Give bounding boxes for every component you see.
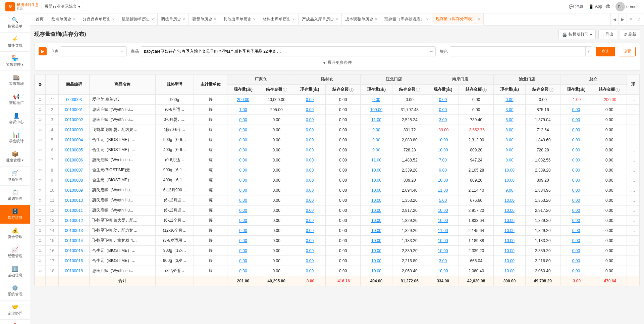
fac-amt-info[interactable]: i <box>283 88 287 92</box>
goods-input[interactable] <box>141 47 428 56</box>
cell-na-qty[interactable]: 0.00 <box>427 95 459 105</box>
cell-na-qty[interactable]: 10.00 <box>427 266 459 276</box>
cell-fac-qty[interactable]: 0.00 <box>227 226 259 236</box>
user-action[interactable]: Ea demo2 <box>615 2 639 11</box>
cell-total-qty[interactable]: 0.00 <box>560 236 592 246</box>
cell-lu-qty[interactable]: 0.00 <box>294 216 326 226</box>
cell-total-qty[interactable]: 0.00 <box>560 175 592 185</box>
cell-jb-qty[interactable]: 10.00 <box>361 236 392 246</box>
tab-close-material[interactable]: ✕ <box>292 17 295 21</box>
cell-settings[interactable]: ⚙ <box>35 195 46 205</box>
cell-yb-qty[interactable]: 10.00 <box>494 266 526 276</box>
tab-close-inventory-count[interactable]: ✕ <box>73 17 75 21</box>
export-button[interactable]: ↑ 导出 <box>598 30 617 39</box>
tab-finished-in[interactable]: 产成品入库单历史 ✕ <box>299 13 342 26</box>
cell-fac-qty[interactable]: 0.00 <box>227 145 259 155</box>
cell-settings[interactable]: ⚙ <box>35 226 46 236</box>
cell-na-qty[interactable]: 9.00 <box>427 165 459 175</box>
sidebar-item-wholesale[interactable]: 📦 批发管理 ▼ <box>0 147 30 167</box>
cell-lu-qty[interactable]: 0.00 <box>294 135 326 145</box>
refresh-button[interactable]: ↺ 刷新 <box>620 30 640 39</box>
cell-total-qty[interactable]: 0.00 <box>560 216 592 226</box>
cell-na-qty[interactable]: 5.00 <box>427 195 459 205</box>
cell-jb-qty[interactable]: 109.00 <box>361 105 392 115</box>
cell-lu-qty[interactable]: 0.00 <box>294 266 326 276</box>
tab-material-out[interactable]: 材料出库单历史 ✕ <box>259 13 299 26</box>
sidebar-item-member[interactable]: 👤 会员中心 <box>0 109 30 128</box>
cell-total-qty[interactable]: 0.00 <box>560 115 592 125</box>
sidebar-item-search[interactable]: 🔍 搜索英单 <box>0 13 30 33</box>
cell-na-qty[interactable]: -39.00 <box>427 125 459 135</box>
setting-button[interactable]: 设置 <box>619 47 636 56</box>
cell-yb-qty[interactable]: 0.00 <box>494 95 526 105</box>
lu-amt-info[interactable]: i <box>349 88 354 92</box>
sidebar-item-operations[interactable]: 📈 经营管理 <box>0 243 30 262</box>
cell-lu-qty[interactable]: 0.00 <box>294 125 326 135</box>
cell-jb-qty[interactable]: 9.00 <box>361 135 392 145</box>
collapse-search-arrow[interactable]: ▶ <box>39 47 47 55</box>
tab-home[interactable]: 首页 <box>32 13 48 26</box>
cell-lu-qty[interactable]: 0.00 <box>294 256 326 266</box>
expand-conditions-btn[interactable]: ▼ 展开更多条件 <box>320 58 355 67</box>
cell-lu-qty[interactable]: 0.00 <box>294 205 326 216</box>
sidebar-item-enterprise[interactable]: 🤝 企业协同 <box>0 300 30 320</box>
cell-total-qty[interactable]: 0.00 <box>560 226 592 236</box>
cell-fac-qty[interactable]: 0.00 <box>227 135 259 145</box>
cell-total-qty[interactable]: 0.00 <box>560 256 592 266</box>
tab-close-finished[interactable]: ✕ <box>335 17 338 21</box>
cell-settings[interactable]: ⚙ <box>35 145 46 155</box>
cell-fac-qty[interactable]: 1.00 <box>227 105 259 115</box>
cell-lu-qty[interactable]: 0.00 <box>294 236 326 246</box>
cell-yb-qty[interactable]: 9.00 <box>494 145 526 155</box>
tab-close-stock-status[interactable]: ✕ <box>426 17 429 21</box>
sidebar-item-retail-stats[interactable]: 📊 零售统计 <box>0 128 30 147</box>
query-button[interactable]: 查询 <box>596 47 615 56</box>
tab-transfer[interactable]: 调拨单历史 ✕ <box>158 13 189 26</box>
cell-fac-qty[interactable]: 0.00 <box>227 246 259 256</box>
cell-yb-qty[interactable]: 3.00 <box>494 105 526 115</box>
yb-amt-info[interactable]: i <box>549 88 553 92</box>
message-action[interactable]: 💬 消息 <box>569 4 583 9</box>
cell-yb-qty[interactable]: 8.00 <box>494 155 526 165</box>
store-selector[interactable]: 母婴行业演示陈套 ▾ <box>42 2 83 11</box>
cell-fac-qty[interactable]: 0.00 <box>227 205 259 216</box>
cell-na-qty[interactable]: 10.00 <box>427 135 459 145</box>
cell-lu-qty[interactable]: 0.00 <box>294 95 326 105</box>
tab-close-cost[interactable]: ✕ <box>375 17 377 21</box>
warehouse-input[interactable] <box>61 47 119 56</box>
tab-sub-inventory-count[interactable]: 分盘盘点单历史 ✕ <box>79 13 118 26</box>
sidebar-item-purchase[interactable]: 📋 采购管理 <box>0 186 30 205</box>
na-amt-info[interactable]: i <box>482 88 487 92</box>
sidebar-item-marketing[interactable]: 📢 营销推广 <box>0 90 30 109</box>
cell-lu-qty[interactable]: 0.00 <box>294 105 326 115</box>
cell-yb-qty[interactable]: 10.00 <box>494 195 526 205</box>
cell-na-qty[interactable]: 0.00 <box>427 105 459 115</box>
cell-jb-qty[interactable]: 11.00 <box>361 155 392 165</box>
cell-settings[interactable]: ⚙ <box>35 266 46 276</box>
cell-settings[interactable]: ⚙ <box>35 125 46 135</box>
cell-lu-qty[interactable]: 0.00 <box>294 195 326 205</box>
cell-total-qty[interactable]: 0.00 <box>560 205 592 216</box>
cell-na-qty[interactable]: 3.00 <box>427 115 459 125</box>
cell-total-qty[interactable]: -1.00 <box>560 95 592 105</box>
cell-total-qty[interactable]: 0.00 <box>560 155 592 165</box>
cell-lu-qty[interactable]: 0.00 <box>294 185 326 195</box>
cell-settings[interactable]: ⚙ <box>35 165 46 175</box>
cell-settings[interactable]: ⚙ <box>35 256 46 266</box>
tab-close-stock-dist[interactable]: ✕ <box>477 17 480 21</box>
cell-yb-qty[interactable]: 6.00 <box>494 115 526 125</box>
tab-stock-dist[interactable]: 现存量（库存分布表） ✕ <box>432 13 484 26</box>
sidebar-item-retail-store[interactable]: 🏬 零售商城 <box>0 71 30 90</box>
cell-settings[interactable]: ⚙ <box>35 246 46 256</box>
cell-jb-qty[interactable]: 10.00 <box>361 165 392 175</box>
cell-na-qty[interactable]: 10.00 <box>427 205 459 216</box>
cell-na-qty[interactable]: 7.00 <box>427 155 459 165</box>
cell-fac-qty[interactable]: 0.00 <box>227 256 259 266</box>
cell-na-qty[interactable]: 10.00 <box>427 175 459 185</box>
cell-jb-qty[interactable]: 10.00 <box>361 246 392 256</box>
cell-settings[interactable]: ⚙ <box>35 155 46 165</box>
cell-settings[interactable]: ⚙ <box>35 95 46 105</box>
tab-close-purchase[interactable]: ✕ <box>214 17 216 21</box>
cell-lu-qty[interactable]: 0.00 <box>294 165 326 175</box>
sidebar-item-retail[interactable]: 🏪 零售管理 ▲ <box>0 52 30 71</box>
